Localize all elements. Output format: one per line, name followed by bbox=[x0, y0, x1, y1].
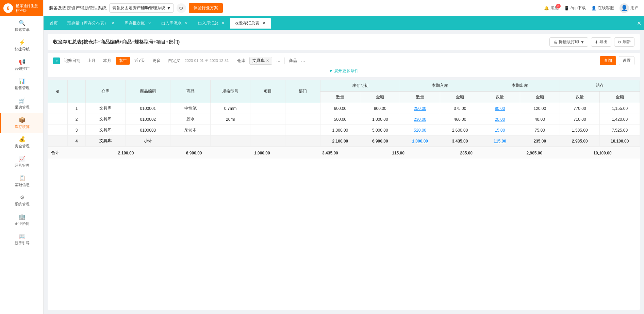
tab-batch-ledger[interactable]: 库存批次账 ✕ bbox=[120, 18, 156, 29]
row-out-amt: 120.00 bbox=[520, 103, 560, 114]
app-download-action[interactable]: 📱 App下载 bbox=[564, 5, 586, 11]
warehouse-tag-close[interactable]: ✕ bbox=[266, 59, 269, 63]
tabbar-close-icon[interactable]: ✕ bbox=[637, 20, 641, 27]
sidebar-item-inventory[interactable]: 📦 库存核算 bbox=[0, 113, 43, 133]
sidebar-item-basic[interactable]: 📋 基础信息 bbox=[0, 171, 43, 191]
sidebar-item-finance[interactable]: 💰 资金管理 bbox=[0, 133, 43, 152]
tab-close-icon[interactable]: ✕ bbox=[147, 21, 152, 26]
tab-close-icon[interactable]: ✕ bbox=[184, 21, 188, 26]
user-action[interactable]: 👤 用户 bbox=[620, 3, 639, 13]
row-out-qty[interactable]: 20.00 bbox=[480, 114, 520, 125]
date-btn-this-month[interactable]: 本月 bbox=[100, 57, 114, 65]
app-title-line1: 畅库通好生意 bbox=[16, 3, 38, 8]
filter-toggle-button[interactable]: « bbox=[53, 57, 60, 64]
table-footer: 合计 2,100.00 6,900.00 1,000.00 3,435.00 1… bbox=[48, 147, 640, 159]
date-filter-label: 记账日期 bbox=[64, 58, 80, 64]
outgoing-col-header: 本期出库 bbox=[480, 80, 560, 92]
filter-divider2 bbox=[284, 57, 285, 64]
sidebar-item-system[interactable]: ⚙ 系统管理 bbox=[0, 191, 43, 210]
subtotal-in-qty-link[interactable]: 1,000.00 bbox=[412, 139, 428, 144]
app-logo: 6 bbox=[3, 3, 13, 13]
clipboard-icon: 📋 bbox=[19, 175, 26, 181]
query-button[interactable]: 查询 bbox=[600, 56, 616, 65]
subtotal-out-qty-link[interactable]: 115.00 bbox=[494, 139, 506, 144]
cart-icon: 🛒 bbox=[19, 97, 26, 104]
outgoing-qty-header: 数量 bbox=[480, 92, 520, 103]
avatar: 👤 bbox=[620, 3, 629, 13]
date-btn-custom[interactable]: 自定义 bbox=[165, 57, 183, 65]
warehouse-more[interactable]: ··· bbox=[276, 58, 280, 64]
row-out-qty[interactable]: 80.00 bbox=[480, 103, 520, 114]
settings-button[interactable]: 设置 bbox=[619, 56, 634, 65]
opening-amt-header: 金额 bbox=[360, 92, 400, 103]
messages-action[interactable]: 🔔 消息 6 bbox=[544, 5, 559, 11]
tab-close-icon[interactable]: ✕ bbox=[110, 21, 115, 26]
row-out-amt: 40.00 bbox=[520, 114, 560, 125]
sidebar-item-search[interactable]: 🔍 搜索菜单 bbox=[0, 16, 43, 36]
date-btn-this-year[interactable]: 本年 bbox=[116, 57, 130, 65]
row-checkbox[interactable] bbox=[48, 125, 68, 136]
row-bal-qty: 770.00 bbox=[560, 103, 600, 114]
row-out-qty[interactable]: 15.00 bbox=[480, 125, 520, 136]
footer-in-qty: 1,000.00 bbox=[228, 151, 296, 155]
tab-home[interactable]: 首页 bbox=[45, 18, 63, 29]
tab-inout-summary[interactable]: 出入库汇总 ✕ bbox=[193, 18, 230, 29]
system-name: 装备及固定资产辅助管理系统 bbox=[49, 5, 106, 11]
sidebar-item-purchase[interactable]: 🛒 采购管理 bbox=[0, 94, 43, 113]
refresh-button[interactable]: ↻ 刷新 bbox=[614, 37, 634, 47]
system-dropdown[interactable]: 装备及固定资产辅助管理系统 ▼ bbox=[109, 3, 174, 13]
refresh-label: 刷新 bbox=[623, 39, 631, 45]
sidebar-item-marketing[interactable]: 📢 营销推广 bbox=[0, 55, 43, 75]
tab-close-icon[interactable]: ✕ bbox=[261, 21, 266, 26]
tab-close-icon[interactable]: ✕ bbox=[220, 21, 225, 26]
out-qty-link[interactable]: 80.00 bbox=[495, 106, 505, 111]
filter-bar: « 记账日期 上月 本月 本年 近7天 更多 自定义 2023-01-01 至 … bbox=[48, 53, 640, 77]
row-in-qty[interactable]: 250.00 bbox=[400, 103, 440, 114]
goods-more[interactable]: ··· bbox=[301, 58, 305, 64]
print-button[interactable]: 🖨 拆镜版打印 ▼ bbox=[549, 37, 588, 47]
subtotal-out-amt: 235.00 bbox=[520, 136, 560, 147]
sidebar-item-operation[interactable]: 📈 经营管理 bbox=[0, 152, 43, 171]
export-button[interactable]: ⬇ 导出 bbox=[591, 37, 611, 47]
row-dept bbox=[285, 125, 320, 136]
online-service-action[interactable]: 👤 在线客服 bbox=[591, 5, 614, 11]
tab-label: 现存量（库存分布表） bbox=[67, 20, 108, 26]
in-qty-link[interactable]: 230.00 bbox=[414, 117, 426, 122]
row-checkbox[interactable] bbox=[48, 114, 68, 125]
out-qty-link[interactable]: 20.00 bbox=[495, 117, 505, 122]
in-qty-link[interactable]: 520.00 bbox=[414, 128, 426, 133]
sidebar-nav: 🔍 搜索菜单 ⚡ 快捷导航 📢 营销推广 📊 销售管理 🛒 采购管理 📦 库存核… bbox=[0, 16, 43, 314]
date-btn-7days[interactable]: 近7天 bbox=[131, 57, 148, 65]
money-icon: 💰 bbox=[19, 136, 26, 143]
sidebar-item-sales[interactable]: 📊 销售管理 bbox=[0, 75, 43, 94]
subtotal-checkbox[interactable] bbox=[48, 136, 68, 147]
row-in-qty[interactable]: 520.00 bbox=[400, 125, 440, 136]
date-btn-last-month[interactable]: 上月 bbox=[84, 57, 99, 65]
subtotal-in-qty[interactable]: 1,000.00 bbox=[400, 136, 440, 147]
sidebar-item-guide[interactable]: 📖 新手引导 bbox=[0, 230, 43, 249]
row-out-amt: 75.00 bbox=[520, 125, 560, 136]
sidebar-item-enterprise[interactable]: 🏢 企业协同 bbox=[0, 210, 43, 230]
subtotal-out-qty[interactable]: 115.00 bbox=[480, 136, 520, 147]
sidebar-item-quick-nav[interactable]: ⚡ 快捷导航 bbox=[0, 36, 43, 55]
in-qty-link[interactable]: 250.00 bbox=[414, 106, 426, 111]
out-qty-link[interactable]: 15.00 bbox=[495, 128, 505, 133]
tab-inventory-dist[interactable]: 现存量（库存分布表） ✕ bbox=[63, 18, 120, 29]
row-in-qty[interactable]: 230.00 bbox=[400, 114, 440, 125]
row-bal-qty: 710.00 bbox=[560, 114, 600, 125]
data-table-container: ⚙ 仓库 商品编码 商品 规格型号 项目 部门 库存期初 本期入库 本期出库 结… bbox=[48, 80, 640, 310]
row-checkbox[interactable] bbox=[48, 103, 68, 114]
subtotal-empty3 bbox=[250, 136, 285, 147]
project-col-header: 项目 bbox=[250, 80, 285, 103]
trial-button[interactable]: 体验行业方案 bbox=[189, 3, 223, 13]
filter-expand-button[interactable]: ▼ 展开更多条件 bbox=[53, 68, 634, 74]
date-range-text: 2023-01-01 至 2023-12-31 bbox=[185, 58, 229, 63]
settings-button[interactable]: ⚙ bbox=[177, 3, 186, 13]
tab-inout-flow[interactable]: 出入库流水 ✕ bbox=[156, 18, 193, 29]
export-label: 导出 bbox=[599, 39, 608, 45]
warehouse-tag: 文具库 ✕ bbox=[249, 57, 272, 65]
warehouse-tag-label: 文具库 bbox=[252, 58, 265, 64]
tab-recv-summary[interactable]: 收发存汇总表 ✕ bbox=[230, 18, 271, 29]
subtotal-idx: 4 bbox=[68, 136, 86, 147]
date-btn-more[interactable]: 更多 bbox=[149, 57, 164, 65]
